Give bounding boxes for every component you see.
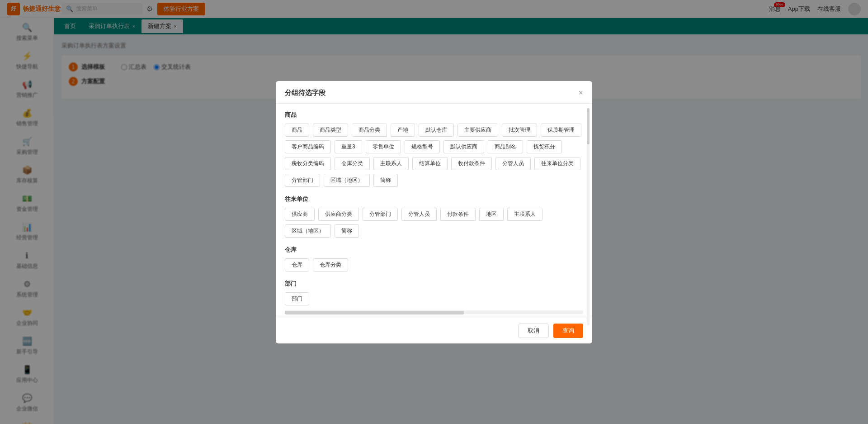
modal-overlay: 分组待选字段 × 商品 商品 商品类型 商品分类 产地 默认仓库 主要供应商 批…: [0, 0, 868, 424]
dept-fields: 部门: [285, 292, 583, 305]
modal-header: 分组待选字段 ×: [276, 81, 592, 104]
field-tag-default-warehouse[interactable]: 默认仓库: [419, 124, 454, 137]
goods-fields: 商品 商品类型 商品分类 产地 默认仓库 主要供应商 批次管理 保质期管理 客户…: [285, 124, 583, 187]
field-tag-partner-contact[interactable]: 主联系人: [507, 208, 542, 221]
section-partner: 往来单位 供应商 供应商分类 分管部门 分管人员 付款条件 地区 主联系人 区域…: [285, 195, 583, 238]
cancel-button[interactable]: 取消: [518, 324, 549, 338]
section-partner-title: 往来单位: [285, 195, 583, 203]
warehouse-fields: 仓库 仓库分类: [285, 258, 583, 272]
section-warehouse-title: 仓库: [285, 246, 583, 254]
field-tag-warehouse-cat[interactable]: 仓库分类: [313, 258, 348, 272]
field-tag-partner-dept[interactable]: 分管部门: [363, 208, 398, 221]
field-tag-shelf-life[interactable]: 保质期管理: [541, 124, 581, 137]
section-goods-title: 商品: [285, 111, 583, 119]
modal-body: 商品 商品 商品类型 商品分类 产地 默认仓库 主要供应商 批次管理 保质期管理…: [276, 104, 592, 311]
modal-footer: 取消 查询: [276, 318, 592, 343]
field-tag-main-contact[interactable]: 主联系人: [373, 157, 409, 170]
field-tag-partner-abbr[interactable]: 简称: [335, 224, 359, 238]
modal-title: 分组待选字段: [285, 89, 326, 97]
field-tag-settlement-unit[interactable]: 结算单位: [412, 157, 448, 170]
modal-vscroll-thumb: [587, 108, 590, 144]
field-tag-origin[interactable]: 产地: [391, 124, 415, 137]
section-dept-title: 部门: [285, 280, 583, 288]
field-select-modal: 分组待选字段 × 商品 商品 商品类型 商品分类 产地 默认仓库 主要供应商 批…: [276, 81, 592, 343]
field-tag-spec[interactable]: 规格型号: [405, 140, 440, 153]
field-tag-alias[interactable]: 商品别名: [488, 140, 523, 153]
confirm-button[interactable]: 查询: [553, 324, 583, 338]
field-tag-department[interactable]: 部门: [285, 292, 309, 305]
modal-hscroll-thumb: [285, 311, 464, 314]
field-tag-tax-code[interactable]: 税收分类编码: [285, 157, 331, 170]
partner-fields: 供应商 供应商分类 分管部门 分管人员 付款条件 地区 主联系人 区域（地区） …: [285, 208, 583, 238]
section-goods: 商品 商品 商品类型 商品分类 产地 默认仓库 主要供应商 批次管理 保质期管理…: [285, 111, 583, 187]
field-tag-goods-type[interactable]: 商品类型: [313, 124, 348, 137]
field-tag-dept[interactable]: 分管部门: [285, 174, 320, 187]
modal-vertical-scrollbar[interactable]: [587, 108, 590, 325]
field-tag-main-supplier[interactable]: 主要供应商: [458, 124, 498, 137]
field-tag-payment-terms[interactable]: 收付款条件: [451, 157, 492, 170]
field-tag-supplier-category[interactable]: 供应商分类: [318, 208, 359, 221]
field-tag-partner-supervisor[interactable]: 分管人员: [401, 208, 437, 221]
field-tag-goods[interactable]: 商品: [285, 124, 309, 137]
section-warehouse: 仓库 仓库 仓库分类: [285, 246, 583, 272]
modal-horizontal-scrollbar[interactable]: [285, 310, 583, 314]
field-tag-region[interactable]: 区域（地区）: [324, 174, 370, 187]
field-tag-default-supplier[interactable]: 默认供应商: [443, 140, 484, 153]
field-tag-customer-code[interactable]: 客户商品编码: [285, 140, 331, 153]
section-dept: 部门 部门: [285, 280, 583, 305]
field-tag-goods-category[interactable]: 商品分类: [352, 124, 387, 137]
field-tag-supplier[interactable]: 供应商: [285, 208, 315, 221]
field-tag-supervisor[interactable]: 分管人员: [495, 157, 531, 170]
field-tag-batch-mgmt[interactable]: 批次管理: [502, 124, 537, 137]
field-tag-payment-cond[interactable]: 付款条件: [440, 208, 476, 221]
field-tag-partner-region[interactable]: 区域（地区）: [285, 224, 331, 238]
field-tag-warehouse-category[interactable]: 仓库分类: [335, 157, 370, 170]
field-tag-area[interactable]: 地区: [479, 208, 504, 221]
field-tag-retail-unit[interactable]: 零售单位: [366, 140, 401, 153]
field-tag-weight[interactable]: 重量3: [335, 140, 362, 153]
modal-close-button[interactable]: ×: [578, 88, 583, 98]
field-tag-warehouse[interactable]: 仓库: [285, 258, 309, 272]
field-tag-partner-category[interactable]: 往来单位分类: [534, 157, 580, 170]
field-tag-abbr[interactable]: 简称: [373, 174, 398, 187]
field-tag-pick-points[interactable]: 拣货积分: [527, 140, 562, 153]
